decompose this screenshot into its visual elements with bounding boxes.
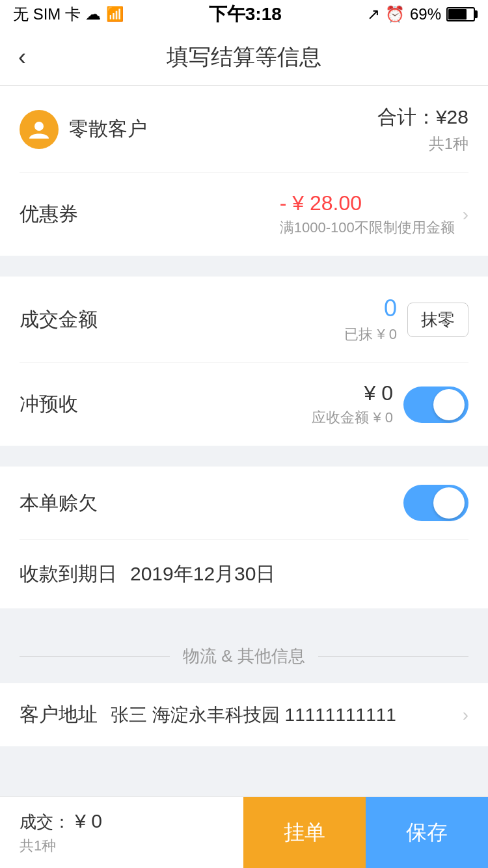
back-button[interactable]: ‹ <box>18 44 26 71</box>
battery-icon <box>446 7 475 21</box>
due-date-value: 2019年12月30日 <box>130 561 275 588</box>
location-icon: ↗ <box>367 5 380 23</box>
deal-amount-label: 成交金额 <box>20 306 98 333</box>
wifi-icon: 📶 <box>106 6 124 23</box>
customer-right: 合计：¥28 共1种 <box>377 104 468 154</box>
credit-defer-label: 本单赊欠 <box>20 490 98 517</box>
section-gap-1 <box>0 266 488 277</box>
address-label: 客户地址 <box>20 701 98 728</box>
status-bar: 无 SIM 卡 ☁ 📶 下午3:18 ↗ ⏰ 69% <box>0 0 488 29</box>
nav-bar: ‹ 填写结算等信息 <box>0 29 488 86</box>
alarm-icon: ⏰ <box>385 5 405 23</box>
bottom-deal-label: 成交： ¥ 0 <box>20 810 224 834</box>
customer-name: 零散客户 <box>69 116 147 142</box>
prepay-toggle[interactable] <box>403 387 468 423</box>
section-gap-3 <box>0 619 488 629</box>
person-icon <box>27 118 51 141</box>
chevron-right-icon: › <box>463 204 468 225</box>
due-date-label: 收款到期日 <box>20 561 117 588</box>
credit-defer-toggle[interactable] <box>403 485 468 521</box>
logistics-label: 物流 & 其他信息 <box>170 645 318 668</box>
logistics-section: 物流 & 其他信息 <box>0 629 488 683</box>
coupon-right: - ¥ 28.00 满1000-100不限制使用金额 › <box>280 191 468 237</box>
address-card: 客户地址 张三 海淀永丰科技园 11111111111 › <box>0 683 488 746</box>
deal-amount-col: 0 已抹 ¥ 0 <box>344 295 397 344</box>
status-right: ↗ ⏰ 69% <box>367 5 475 23</box>
total-count: 共1种 <box>377 133 468 154</box>
coupon-desc: 满1000-100不限制使用金额 <box>280 218 455 237</box>
prepay-col: ¥ 0 应收金额 ¥ 0 <box>312 381 393 427</box>
page-title: 填写结算等信息 <box>167 42 321 72</box>
bottom-count: 共1种 <box>20 836 224 856</box>
customer-avatar <box>20 110 59 149</box>
section-gap-2 <box>0 456 488 467</box>
toggle-knob <box>433 389 465 420</box>
deal-amount-sub: 已抹 ¥ 0 <box>344 325 397 344</box>
main-content: 零散客户 合计：¥28 共1种 优惠券 - ¥ 28.00 满1000-100不… <box>0 86 488 835</box>
customer-card: 零散客户 合计：¥28 共1种 优惠券 - ¥ 28.00 满1000-100不… <box>0 86 488 256</box>
total-amount: 合计：¥28 <box>377 104 468 131</box>
hold-button[interactable]: 挂单 <box>243 797 366 869</box>
coupon-label: 优惠券 <box>20 201 78 228</box>
save-button[interactable]: 保存 <box>366 797 488 869</box>
battery-percent: 69% <box>410 5 441 23</box>
customer-left: 零散客户 <box>20 110 147 149</box>
credit-defer-card: 本单赊欠 收款到期日 2019年12月30日 <box>0 467 488 608</box>
credit-defer-row: 本单赊欠 <box>0 467 488 539</box>
sim-label: 无 SIM 卡 ☁ <box>13 4 101 25</box>
deal-amount-row: 成交金额 0 已抹 ¥ 0 抹零 <box>0 277 488 362</box>
deal-amount-value[interactable]: 0 <box>384 295 397 321</box>
logistics-line-left <box>20 656 170 657</box>
address-chevron-icon: › <box>463 705 468 726</box>
prepay-right: ¥ 0 应收金额 ¥ 0 <box>98 381 468 427</box>
prepay-label: 冲预收 <box>20 391 98 418</box>
prepay-amount: ¥ 0 <box>312 381 393 405</box>
bottom-bar: 成交： ¥ 0 共1种 挂单 保存 <box>0 796 488 868</box>
due-date-row[interactable]: 收款到期日 2019年12月30日 <box>0 540 488 608</box>
deal-amount-right: 0 已抹 ¥ 0 抹零 <box>98 295 468 344</box>
coupon-amount: - ¥ 28.00 <box>280 191 455 215</box>
deal-amount-card: 成交金额 0 已抹 ¥ 0 抹零 冲预收 ¥ 0 应收金额 ¥ 0 <box>0 277 488 446</box>
toggle-knob-2 <box>433 487 465 519</box>
deal-amount-text: ¥ 0 <box>75 810 102 832</box>
prepay-sub: 应收金额 ¥ 0 <box>312 408 393 427</box>
coupon-row[interactable]: 优惠券 - ¥ 28.00 满1000-100不限制使用金额 › <box>0 173 488 256</box>
address-value: 张三 海淀永丰科技园 11111111111 <box>111 703 460 727</box>
status-time: 下午3:18 <box>209 2 282 27</box>
address-row[interactable]: 客户地址 张三 海淀永丰科技园 11111111111 › <box>0 683 488 746</box>
coupon-right-col: - ¥ 28.00 满1000-100不限制使用金额 <box>280 191 455 237</box>
bottom-summary: 成交： ¥ 0 共1种 <box>0 810 243 856</box>
deal-amount-input-wrap: 0 <box>344 295 397 322</box>
credit-defer-right <box>98 485 468 521</box>
deal-label-text: 成交： <box>20 812 70 832</box>
svg-point-0 <box>34 122 44 131</box>
status-left: 无 SIM 卡 ☁ 📶 <box>13 4 124 25</box>
customer-row[interactable]: 零散客户 合计：¥28 共1种 <box>0 86 488 172</box>
prepay-row: 冲预收 ¥ 0 应收金额 ¥ 0 <box>0 363 488 446</box>
round-zero-button[interactable]: 抹零 <box>407 303 468 337</box>
logistics-line-right <box>318 656 468 657</box>
